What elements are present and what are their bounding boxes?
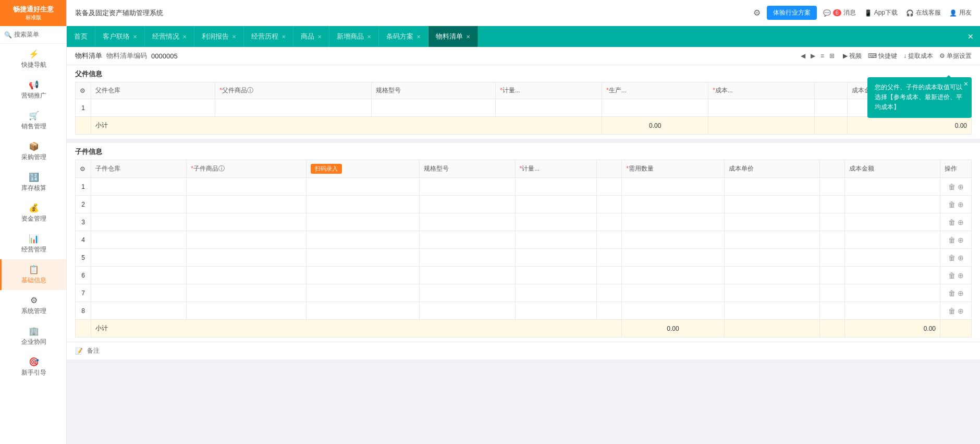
child-row-4-spec[interactable] (420, 231, 515, 249)
nav-tab-home[interactable]: 首页 (67, 26, 95, 47)
sidebar-item-basic-info[interactable]: 📋基础信息 (0, 259, 66, 290)
sidebar-item-operation[interactable]: 📊经营管理 (0, 229, 66, 259)
nav-tab-profit-report[interactable]: 利润报告✕ (194, 26, 244, 47)
child-row-6-spec[interactable] (420, 267, 515, 284)
child-row-7-qty[interactable] (622, 284, 724, 302)
copy-icon-3[interactable]: ⊕ (958, 218, 964, 226)
delete-icon-6[interactable]: 🗑 (948, 271, 956, 280)
child-row-5-qty[interactable] (622, 249, 724, 267)
child-row-2-unit[interactable] (515, 196, 597, 213)
child-row-7-unit[interactable] (515, 284, 597, 302)
child-row-3-goods[interactable] (187, 213, 307, 231)
child-row-7-warehouse[interactable] (91, 284, 187, 302)
delete-icon-5[interactable]: 🗑 (948, 254, 956, 262)
child-row-6-unit-cost[interactable] (724, 267, 819, 284)
parent-row-1-goods[interactable] (215, 99, 371, 117)
child-col-scan[interactable]: 扫码录入 (307, 160, 420, 178)
child-row-8-spec[interactable] (420, 302, 515, 320)
copy-icon-6[interactable]: ⊕ (958, 271, 964, 280)
child-row-6-qty[interactable] (622, 267, 724, 284)
child-row-2-qty[interactable] (622, 196, 724, 213)
single-settings-button[interactable]: ⚙ 单据设置 (939, 52, 972, 61)
parent-row-1-produce[interactable] (602, 99, 708, 117)
child-row-5-unit[interactable] (515, 249, 597, 267)
sidebar-item-enterprise[interactable]: 🏢企业协同 (0, 321, 66, 352)
tab-close-goods[interactable]: ✕ (317, 34, 322, 40)
copy-icon-8[interactable]: ⊕ (958, 307, 964, 315)
child-row-1-goods[interactable] (187, 178, 307, 196)
nav-tab-operation-history[interactable]: 经营历程✕ (244, 26, 293, 47)
sidebar-item-marketing[interactable]: 📢营销推广 (0, 75, 66, 105)
expand-icon[interactable]: ⊞ (827, 51, 837, 61)
tab-close-customer[interactable]: ✕ (133, 34, 137, 40)
global-close-button[interactable]: ✕ (961, 32, 980, 41)
parent-col-settings[interactable]: ⚙ (76, 82, 91, 99)
delete-icon-4[interactable]: 🗑 (948, 236, 956, 244)
child-row-7-goods[interactable] (187, 284, 307, 302)
child-row-8-warehouse[interactable] (91, 302, 187, 320)
nav-tab-customer[interactable]: 客户联络✕ (95, 26, 145, 47)
child-col-settings[interactable]: ⚙ (76, 160, 91, 178)
child-row-3-unit-cost[interactable] (724, 213, 819, 231)
child-row-8-unit[interactable] (515, 302, 597, 320)
parent-row-1-spec[interactable] (371, 99, 495, 117)
child-row-5-unit-cost[interactable] (724, 249, 819, 267)
delete-icon-1[interactable]: 🗑 (948, 183, 956, 191)
sidebar-item-system[interactable]: ⚙系统管理 (0, 290, 66, 321)
copy-icon-5[interactable]: ⊕ (958, 254, 964, 262)
child-row-1-unit-cost[interactable] (724, 178, 819, 196)
trial-button[interactable]: 体验行业方案 (767, 6, 817, 20)
child-row-2-warehouse[interactable] (91, 196, 187, 213)
shortcut-button[interactable]: ⌨ 快捷键 (868, 52, 897, 61)
child-row-1-spec[interactable] (420, 178, 515, 196)
parent-row-1-warehouse[interactable] (91, 99, 215, 117)
message-button[interactable]: 💬 6 消息 (823, 8, 856, 17)
child-row-4-warehouse[interactable] (91, 231, 187, 249)
child-row-8-unit-cost[interactable] (724, 302, 819, 320)
child-row-3-unit[interactable] (515, 213, 597, 231)
delete-icon-3[interactable]: 🗑 (948, 218, 956, 226)
scan-button[interactable]: 扫码录入 (311, 164, 342, 174)
child-row-4-unit[interactable] (515, 231, 597, 249)
sidebar-item-newbie[interactable]: 🎯新手引导 (0, 352, 66, 382)
child-row-1-unit[interactable] (515, 178, 597, 196)
child-row-5-goods[interactable] (187, 249, 307, 267)
nav-tab-goods[interactable]: 商品✕ (293, 26, 329, 47)
child-row-7-unit-cost[interactable] (724, 284, 819, 302)
tab-close-operation-status[interactable]: ✕ (182, 34, 187, 40)
child-row-1-qty[interactable] (622, 178, 724, 196)
tab-close-profit-report[interactable]: ✕ (232, 34, 236, 40)
sidebar-item-quick-nav[interactable]: ⚡快捷导航 (0, 44, 66, 75)
view-button[interactable]: ▶ 视频 (843, 52, 862, 61)
child-row-5-warehouse[interactable] (91, 249, 187, 267)
tooltip-close-button[interactable]: ✕ (963, 79, 969, 89)
parent-row-1-cost[interactable] (708, 99, 815, 117)
nav-tab-barcode[interactable]: 条码方案✕ (379, 26, 428, 47)
sidebar-item-finance[interactable]: 💰资金管理 (0, 198, 66, 229)
child-row-5-spec[interactable] (420, 249, 515, 267)
tab-close-bom[interactable]: ✕ (466, 34, 470, 40)
child-row-3-spec[interactable] (420, 213, 515, 231)
child-row-6-goods[interactable] (187, 267, 307, 284)
copy-icon-2[interactable]: ⊕ (958, 200, 964, 209)
grid-icon[interactable]: ≡ (818, 51, 826, 61)
delete-icon-2[interactable]: 🗑 (948, 200, 956, 209)
next-icon[interactable]: ▶ (808, 51, 817, 61)
nav-tab-operation-status[interactable]: 经营情况✕ (145, 26, 194, 47)
nav-tab-bom[interactable]: 物料清单✕ (428, 26, 478, 47)
sidebar-search[interactable]: 🔍 搜索菜单 (0, 26, 66, 44)
sidebar-item-inventory[interactable]: 🔢库存核算 (0, 167, 66, 198)
copy-icon-7[interactable]: ⊕ (958, 289, 964, 297)
tab-close-operation-history[interactable]: ✕ (281, 34, 286, 40)
child-row-4-qty[interactable] (622, 231, 724, 249)
child-row-2-unit-cost[interactable] (724, 196, 819, 213)
child-row-3-qty[interactable] (622, 213, 724, 231)
online-service-button[interactable]: 🎧 在线客服 (906, 8, 941, 17)
child-row-4-unit-cost[interactable] (724, 231, 819, 249)
child-row-2-spec[interactable] (420, 196, 515, 213)
settings-icon[interactable]: ⚙ (753, 8, 761, 18)
delete-icon-7[interactable]: 🗑 (948, 289, 956, 297)
child-row-4-goods[interactable] (187, 231, 307, 249)
copy-icon-1[interactable]: ⊕ (958, 183, 964, 191)
child-row-1-warehouse[interactable] (91, 178, 187, 196)
